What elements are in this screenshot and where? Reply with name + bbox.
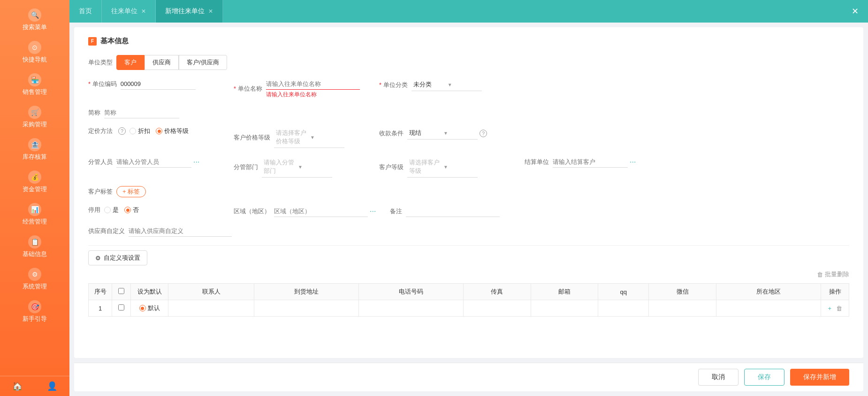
customer-price-level-dropdown[interactable]: 请选择客户价格等级 ▼: [274, 127, 344, 148]
col-header-fax: 传真: [464, 284, 531, 300]
cancel-button[interactable]: 取消: [698, 369, 739, 386]
tab-bar: 首页 往来单位 ✕ 新增往来单位 ✕ ✕: [69, 0, 868, 23]
sidebar-item-system[interactable]: ⚙ 系统管理: [0, 263, 69, 295]
row-qq: [598, 300, 649, 317]
sidebar-label-basic-info: 基础信息: [23, 250, 47, 258]
window-close-button[interactable]: ✕: [842, 6, 868, 16]
sidebar-label-search: 搜索菜单: [23, 23, 47, 31]
sidebar-item-operations[interactable]: 📊 经营管理: [0, 198, 69, 231]
sidebar-item-inventory[interactable]: 🏦 库存核算: [0, 133, 69, 166]
region-more-btn[interactable]: ···: [370, 207, 376, 216]
payment-terms-label: 收款条件: [379, 129, 404, 138]
pricing-radio-group: 折扣 价格等级: [129, 127, 189, 135]
tab-home[interactable]: 首页: [69, 0, 102, 23]
default-radio-dot: [139, 305, 146, 311]
sidebar-bottom: 🏠 👤: [0, 376, 69, 396]
customer-level-dropdown[interactable]: 请选择客户等级 ▼: [407, 156, 478, 178]
save-add-button[interactable]: 保存并新增: [790, 369, 849, 386]
tab-counterpart-close[interactable]: ✕: [141, 8, 146, 15]
payment-terms-help-icon[interactable]: ?: [480, 130, 487, 137]
department-dropdown[interactable]: 请输入分管部门 ▼: [262, 156, 332, 178]
type-btn-both[interactable]: 客户/供应商: [179, 55, 227, 70]
select-all-checkbox[interactable]: [118, 288, 124, 294]
row-add-button[interactable]: +: [828, 305, 831, 312]
unit-category-dropdown[interactable]: 未分类 ▼: [411, 78, 482, 91]
supplier-custom-input[interactable]: [129, 225, 232, 237]
save-button[interactable]: 保存: [744, 369, 784, 386]
row-checkbox[interactable]: [118, 304, 124, 311]
unit-code-input[interactable]: [121, 78, 196, 90]
supplier-custom-label: 供应商自定义: [88, 227, 125, 235]
custom-settings-button[interactable]: ⚙ 自定义项设置: [88, 250, 147, 265]
supervisor-more-btn[interactable]: ···: [193, 158, 199, 166]
customer-tag-group: 客户标签 + 标签: [88, 186, 220, 197]
sidebar-label-purchase: 采购管理: [23, 120, 47, 129]
payment-terms-dropdown[interactable]: 现结 ▼: [407, 127, 478, 140]
disabled-yes-label: 是: [113, 206, 119, 214]
sidebar-item-sales[interactable]: 🏪 销售管理: [0, 69, 69, 101]
row-delete-button[interactable]: 🗑: [836, 305, 842, 312]
type-btn-customer[interactable]: 客户: [116, 55, 145, 70]
settlement-unit-more-btn[interactable]: ···: [630, 158, 636, 166]
type-btn-supplier[interactable]: 供应商: [145, 55, 179, 70]
sidebar-item-guide[interactable]: 🎯 新手引导: [0, 295, 69, 328]
unit-name-field-wrap: 请输入往来单位名称: [266, 78, 360, 99]
row-action: + 🗑: [821, 300, 849, 317]
row-fax: [464, 300, 531, 317]
remarks-label: 备注: [390, 207, 402, 216]
col-header-action: 操作: [821, 284, 849, 300]
section-title-text: 基本信息: [100, 37, 129, 46]
bottom-bar: 取消 保存 保存并新增: [74, 363, 863, 391]
purchase-icon: 🛒: [28, 106, 41, 119]
sidebar-label-operations: 经营管理: [23, 217, 47, 226]
pricing-radio-level[interactable]: 价格等级: [156, 127, 189, 135]
sidebar-item-quick-nav[interactable]: ⊙ 快捷导航: [0, 36, 69, 69]
disabled-no[interactable]: 否: [124, 206, 139, 214]
sidebar-label-sales: 销售管理: [23, 88, 47, 96]
sidebar-label-quick-nav: 快捷导航: [23, 55, 47, 64]
tab-counterpart-label: 往来单位: [111, 7, 137, 16]
disabled-yes[interactable]: 是: [104, 206, 119, 214]
sidebar: 🔍 搜索菜单 ⊙ 快捷导航 🏪 销售管理 🛒 采购管理 🏦 库存核算 💰 资金管…: [0, 0, 69, 396]
remarks-group: 备注: [390, 206, 521, 217]
sidebar-user-icon[interactable]: 👤: [47, 381, 57, 391]
tab-new-counterpart-close[interactable]: ✕: [208, 8, 213, 15]
customer-level-arrow: ▼: [443, 164, 476, 170]
unit-name-input[interactable]: [266, 78, 360, 90]
pricing-radio-discount[interactable]: 折扣: [129, 127, 150, 135]
sidebar-item-purchase[interactable]: 🛒 采购管理: [0, 101, 69, 133]
sidebar-home-icon[interactable]: 🏠: [12, 381, 23, 391]
add-tag-button[interactable]: + 标签: [116, 186, 146, 197]
abbr-row: 简称: [88, 107, 849, 118]
department-group: 分管部门 请输入分管部门 ▼: [234, 156, 365, 178]
default-label: 默认: [148, 304, 160, 312]
tab-new-counterpart[interactable]: 新增往来单位 ✕: [156, 0, 223, 23]
tab-counterpart[interactable]: 往来单位 ✕: [102, 0, 156, 23]
main-area: 首页 往来单位 ✕ 新增往来单位 ✕ ✕ F 基本信息 单位类型 客户 供应商: [69, 0, 868, 396]
payment-terms-value: 现结: [409, 129, 442, 137]
supervisor-input[interactable]: [116, 156, 191, 168]
disabled-row: 停用 是 否 区域（地区） ··· 备注: [88, 206, 849, 217]
sidebar-item-search[interactable]: 🔍 搜索菜单: [0, 4, 69, 36]
batch-delete-button[interactable]: 🗑 批量删除: [817, 270, 849, 279]
abbr-input[interactable]: [104, 107, 179, 118]
code-name-row: 单位编码 单位名称 请输入往来单位名称 单位分类 未分类 ▼: [88, 78, 849, 99]
sidebar-item-finance[interactable]: 💰 资金管理: [0, 166, 69, 198]
customer-price-level-value: 请选择客户价格等级: [276, 129, 308, 146]
row-check: [112, 300, 131, 317]
pricing-help-icon[interactable]: ?: [118, 127, 126, 135]
settlement-unit-input[interactable]: [553, 156, 628, 168]
customer-price-level-arrow: ▼: [310, 135, 343, 140]
pricing-method-label: 定价方法: [88, 127, 113, 135]
disabled-group: 停用 是 否: [88, 206, 220, 214]
disabled-radio-group: 是 否: [104, 206, 139, 214]
customer-tag-label: 客户标签: [88, 187, 113, 196]
unit-name-group: 单位名称 请输入往来单位名称: [234, 78, 365, 99]
unit-category-arrow: ▼: [448, 82, 480, 87]
remarks-input[interactable]: [406, 206, 500, 217]
sidebar-item-basic-info[interactable]: 📋 基础信息: [0, 231, 69, 263]
pricing-row: 定价方法 ? 折扣 价格等级 客户价格等级 请选择客户价格等级: [88, 127, 849, 148]
region-input[interactable]: [274, 206, 368, 217]
supplier-custom-row: 供应商自定义: [88, 225, 849, 237]
row-default-radio[interactable]: 默认: [136, 304, 163, 312]
